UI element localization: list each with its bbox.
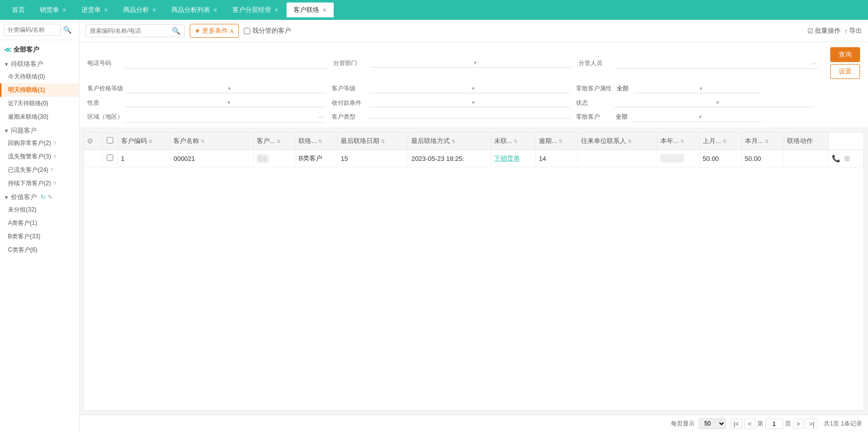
my-customers-check[interactable]	[244, 28, 250, 34]
table-footer: 每页显示 50 100 200 |< < 第 页 > >| 共1页 1条记录	[79, 415, 868, 432]
td-last-contact-date: 2023-05-23 18:25:	[408, 150, 491, 167]
sort-icon[interactable]: ⇅	[148, 139, 152, 144]
filter-label-customer-type: 客户类型	[332, 113, 366, 121]
filter-label-retail-customer: 零散客户	[576, 113, 611, 121]
sidebar-item-repurchase-abnormal[interactable]: 回购异常客户(2) ?	[0, 137, 79, 150]
close-icon[interactable]: ✕	[62, 7, 67, 13]
collapse-icon: ≪	[4, 46, 11, 54]
per-page-select[interactable]: 50 100 200	[699, 418, 726, 429]
chevron-down-icon: ▼	[698, 114, 759, 120]
filter-select-customer-level[interactable]: ▼	[369, 84, 570, 93]
sidebar-item-churn-warning[interactable]: 流失预警客户(3) ?	[0, 150, 79, 163]
filter-dots-manager[interactable]: ···	[810, 59, 816, 67]
sort-icon[interactable]: ⇅	[513, 139, 517, 144]
nav-product-analysis[interactable]: 商品分析 ✕	[116, 2, 163, 17]
filter-select-status[interactable]: ▼	[614, 98, 814, 107]
sort-icon[interactable]: ⇅	[451, 139, 455, 144]
sort-icon[interactable]: ⇅	[201, 139, 205, 144]
sidebar-item-ungrouped[interactable]: 未分组(32)	[0, 203, 79, 216]
chevron-down-icon: ▼	[471, 86, 568, 91]
close-icon[interactable]: ✕	[152, 7, 156, 13]
sort-icon[interactable]: ⇅	[277, 139, 281, 144]
td-customer-type: B类客户	[295, 150, 338, 167]
nav-product-analysis-list[interactable]: 商品分析列表 ✕	[164, 2, 224, 17]
filter-input-phone[interactable]	[125, 58, 327, 69]
filter-select-payment[interactable]: ▼	[369, 98, 570, 107]
sidebar-root-all-customers[interactable]: ≪ 全部客户	[0, 42, 79, 57]
nav-purchase-order[interactable]: 进货单 ✕	[74, 2, 115, 17]
th-current-month: 本月...⇅	[741, 133, 784, 150]
phone-action-icon[interactable]: 📞	[832, 154, 840, 162]
last-contact-method-link[interactable]: 下销货单	[494, 154, 520, 162]
th-company-contact: 往来单位联系人⇅	[578, 133, 657, 150]
filter-customer-level: 客户等级 ▼	[332, 84, 570, 93]
sidebar-search-input[interactable]	[4, 24, 61, 36]
sidebar-item-churned[interactable]: 已流失客户(24) ?	[0, 163, 79, 177]
sidebar-item-tomorrow-contact[interactable]: 明天待联络(1)	[0, 83, 79, 97]
filter-select-retail-attr[interactable]: ▼	[634, 84, 761, 93]
batch-operation-btn[interactable]: ☑ 批量操作	[807, 26, 841, 35]
td-name: Ea	[253, 150, 295, 167]
nav-customer-contact[interactable]: 客户联络 ✕	[287, 2, 334, 17]
reset-button[interactable]: 设置	[830, 64, 860, 79]
sidebar-item-week-contact[interactable]: 近7天待联络(0)	[0, 97, 79, 110]
close-icon[interactable]: ✕	[213, 7, 217, 13]
sidebar-search-icon[interactable]: 🔍	[63, 26, 72, 34]
filter-select-nature[interactable]: ▼	[125, 98, 326, 107]
search-input[interactable]	[90, 27, 169, 34]
query-button[interactable]: 查询	[830, 47, 860, 62]
filter-select-retail-customer[interactable]: ▼	[633, 113, 761, 122]
sort-icon[interactable]: ⇅	[765, 139, 769, 144]
nav-home[interactable]: 首页	[5, 2, 32, 17]
refresh-icon[interactable]: ↻	[41, 194, 46, 201]
select-all-checkbox[interactable]	[107, 137, 113, 144]
sort-icon[interactable]: ⇅	[723, 139, 726, 144]
grid-action-icon[interactable]: ⊞	[844, 154, 850, 162]
sort-icon[interactable]: ⇅	[628, 139, 632, 144]
export-btn[interactable]: ↑ 导出	[845, 26, 863, 35]
th-gear: ⚙	[84, 133, 102, 150]
search-submit-icon[interactable]: 🔍	[172, 27, 180, 35]
th-checkbox	[102, 133, 118, 150]
td-last-month: 50.00	[741, 150, 784, 167]
close-icon[interactable]: ✕	[104, 7, 108, 13]
th-current-year: 本年...⇅	[657, 133, 700, 150]
sort-icon[interactable]: ⇅	[318, 139, 322, 144]
filter-label-payment: 收付款条件	[332, 99, 366, 107]
sidebar-item-today-contact[interactable]: 今天待联络(0)	[0, 70, 79, 83]
chevron-down-icon: ▼	[227, 86, 324, 91]
filter-label-price-level: 客户价格等级	[87, 84, 123, 93]
close-icon[interactable]: ✕	[322, 7, 327, 13]
first-page-btn[interactable]: |<	[730, 419, 742, 429]
nav-customer-layering[interactable]: 客户分层经营 ✕	[225, 2, 286, 17]
more-conditions-btn[interactable]: ▼ 更多条件 ∧	[190, 24, 239, 38]
close-icon[interactable]: ✕	[274, 7, 279, 13]
filter-select-dept[interactable]: ▼	[371, 59, 573, 68]
row-checkbox[interactable]	[107, 154, 113, 161]
filter-row-2: 客户价格等级 ▼ 客户等级 ▼ 零散客户属性 全部	[87, 83, 860, 94]
sidebar-item-type-b[interactable]: B类客户(33)	[0, 230, 79, 243]
th-overdue: 逾期...⇅	[536, 133, 578, 150]
last-page-btn[interactable]: >|	[805, 419, 818, 429]
export-icon: ↑	[845, 27, 848, 35]
sort-icon[interactable]: ⇅	[559, 139, 563, 144]
gear-settings-icon[interactable]: ⚙	[87, 137, 93, 145]
sidebar-item-declining[interactable]: 持续下滑客户(2) ?	[0, 177, 79, 190]
sidebar-item-type-c[interactable]: C类客户(6)	[0, 243, 79, 257]
nav-sales-order[interactable]: 销货单 ✕	[33, 2, 73, 17]
my-customers-checkbox[interactable]: 我分管的客户	[244, 26, 291, 35]
filter-select-customer-type[interactable]	[369, 115, 570, 119]
filter-select-price-level[interactable]: ▼	[126, 84, 326, 93]
th-last-month: 上月...⇅	[700, 133, 742, 150]
filter-nature: 性质 ▼	[87, 98, 326, 107]
prev-page-btn[interactable]: <	[744, 419, 755, 429]
sidebar-item-overdue-contact[interactable]: 逾期未联络(30)	[0, 110, 79, 124]
sort-icon[interactable]: ⇅	[680, 139, 684, 144]
filter-payment: 收付款条件 ▼	[332, 98, 570, 107]
edit-icon[interactable]: ✎	[48, 194, 53, 201]
sidebar-item-type-a[interactable]: A类客户(1)	[0, 216, 79, 230]
page-number-input[interactable]	[765, 419, 783, 429]
filter-dots-region[interactable]: ···	[318, 113, 324, 121]
next-page-btn[interactable]: >	[793, 419, 804, 429]
sort-icon[interactable]: ⇅	[381, 139, 385, 144]
